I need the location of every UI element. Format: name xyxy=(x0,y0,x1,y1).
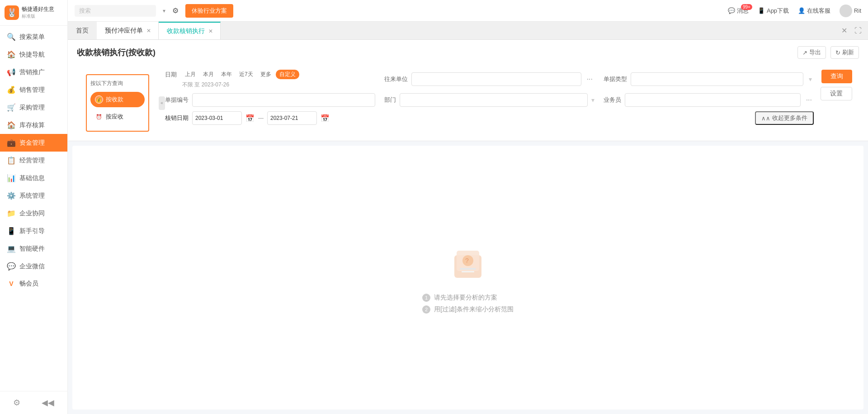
filter-sidebar-collapse-btn[interactable]: « xyxy=(159,96,165,110)
filter-option-by-receivable[interactable]: ⏰ 按应收 xyxy=(90,109,145,124)
date-btn-7days[interactable]: 近7天 xyxy=(236,70,256,79)
doc-number-input[interactable] xyxy=(192,93,375,107)
sidebar-item-label: 搜索菜单 xyxy=(19,33,45,41)
counterparty-input[interactable] xyxy=(411,72,581,86)
date-btn-this-year[interactable]: 本年 xyxy=(218,70,235,79)
sidebar-item-enterprise[interactable]: 📁 企业协同 xyxy=(0,205,67,222)
sidebar-item-quick-nav[interactable]: 🏠 快捷导航 xyxy=(0,46,67,63)
hardware-icon: 💻 xyxy=(7,244,16,253)
doc-type-select[interactable] xyxy=(631,72,803,86)
date-btn-this-month[interactable]: 本月 xyxy=(200,70,217,79)
sidebar-item-inventory[interactable]: 🏠 库存核算 xyxy=(0,116,67,134)
filter-sidebar-title: 按以下方查询 xyxy=(90,80,145,87)
tab-home[interactable]: 首页 xyxy=(68,22,97,39)
sidebar-item-marketing[interactable]: 📢 营销推广 xyxy=(0,63,67,81)
export-label: 导出 xyxy=(809,48,821,57)
by-receivable-icon: ⏰ xyxy=(95,113,103,121)
filter-sidebar: 按以下方查询 💰 按收款 ⏰ 按应收 xyxy=(86,74,149,132)
sidebar-item-wechat[interactable]: 💬 企业微信 xyxy=(0,257,67,275)
tab-right-controls: ✕ ⛶ xyxy=(840,24,868,37)
filter-option-by-receipt[interactable]: 💰 按收款 xyxy=(90,92,145,107)
sidebar-item-label: 新手引导 xyxy=(19,227,45,235)
sidebar-item-purchase[interactable]: 🛒 采购管理 xyxy=(0,99,67,116)
writeoff-date-label: 核销日期 xyxy=(165,114,189,122)
sidebar-item-operation[interactable]: 📋 经营管理 xyxy=(0,152,67,169)
logo-icon: 🐰 xyxy=(5,5,19,20)
operation-icon: 📋 xyxy=(7,156,16,165)
user-profile-btn[interactable]: Rit xyxy=(840,5,861,17)
date-btn-custom[interactable]: 自定义 xyxy=(276,70,299,79)
sidebar-item-basic-info[interactable]: 📊 基础信息 xyxy=(0,169,67,187)
expand-window-icon[interactable]: ⛶ xyxy=(853,25,863,37)
industry-btn[interactable]: 休验行业方案 xyxy=(185,4,233,18)
date-btn-more[interactable]: 更多 xyxy=(258,70,274,79)
vip-icon: V xyxy=(7,280,16,287)
sidebar-settings-btn[interactable]: ⚙ xyxy=(11,396,22,409)
chevron-down-icon[interactable]: ▾ xyxy=(163,8,165,14)
logo-text-area: 畅捷通好生意 标准版 xyxy=(22,6,54,19)
refresh-btn[interactable]: ↻ 刷新 xyxy=(830,46,859,59)
sidebar-item-hardware[interactable]: 💻 智能硬件 xyxy=(0,240,67,257)
online-service-btn[interactable]: 👤 在线客服 xyxy=(798,7,830,15)
tip-2-text: 用[过滤]条件来缩小分析范围 xyxy=(434,305,514,314)
calendar-end-icon[interactable]: 📅 xyxy=(321,114,330,123)
gear-icon[interactable]: ⚙ xyxy=(172,6,179,15)
more-conditions-area: ∧∧ 收起更多条件 xyxy=(387,111,814,125)
tab-prepayment[interactable]: 预付冲应付单 ✕ xyxy=(97,22,159,39)
empty-state: ? 1 请先选择要分析的方案 2 用[过滤]条件来缩小分析范围 xyxy=(72,146,863,409)
tab-receipt-writeoff[interactable]: 收款核销执行 ✕ xyxy=(159,22,221,39)
sidebar-item-label: 系统管理 xyxy=(19,192,45,200)
filter-row-1: 日期 上月 本月 本年 近7天 更多 自定义 xyxy=(165,70,814,89)
filter-action-btns: 查询 设置 xyxy=(821,65,859,141)
writeoff-date-end-input[interactable] xyxy=(267,111,317,125)
empty-tip-1: 1 请先选择要分析的方案 xyxy=(422,294,514,302)
logo-badge: 标准版 xyxy=(22,13,54,19)
app-download-btn[interactable]: 📱 App下载 xyxy=(758,7,789,15)
filter-sidebar-wrapper: 按以下方查询 💰 按收款 ⏰ 按应收 « xyxy=(77,65,158,141)
messages-badge: 99+ xyxy=(741,4,752,10)
sidebar-item-search-menu[interactable]: 🔍 搜索菜单 xyxy=(0,28,67,46)
department-dropdown-icon[interactable]: ▾ xyxy=(591,96,594,104)
doc-number-filter-cell: 单据编号 xyxy=(165,93,375,107)
department-select[interactable] xyxy=(400,93,588,107)
doc-type-dropdown-icon[interactable]: ▾ xyxy=(807,76,814,83)
sidebar-item-system[interactable]: ⚙️ 系统管理 xyxy=(0,187,67,205)
top-bar: 搜索 ▾ ⚙ 休验行业方案 💬 消息 99+ 📱 App下载 👤 在线客服 Ri… xyxy=(68,0,868,22)
messages-btn[interactable]: 💬 消息 99+ xyxy=(728,7,749,15)
date-btn-last-month[interactable]: 上月 xyxy=(182,70,198,79)
sidebar-item-vip[interactable]: V 畅会员 xyxy=(0,275,67,292)
collapse-more-conditions-btn[interactable]: ∧∧ 收起更多条件 xyxy=(755,111,814,125)
date-label: 日期 xyxy=(165,71,179,79)
collapse-icon: ∧∧ xyxy=(761,115,770,122)
close-window-icon[interactable]: ✕ xyxy=(840,24,849,37)
sidebar-item-sales[interactable]: 💰 销售管理 xyxy=(0,81,67,99)
basic-info-icon: 📊 xyxy=(7,174,16,182)
business-person-ellipsis-icon[interactable]: ··· xyxy=(804,96,814,104)
page-header: 收款核销执行(按收款) ↗ 导出 ↻ 刷新 按以下方查 xyxy=(68,40,868,141)
sidebar-item-label: 智能硬件 xyxy=(19,245,45,253)
refresh-label: 刷新 xyxy=(842,48,854,57)
top-bar-search[interactable]: 搜索 xyxy=(75,5,156,17)
writeoff-date-start-input[interactable] xyxy=(192,111,242,125)
purchase-icon: 🛒 xyxy=(7,103,16,112)
counterparty-ellipsis-icon[interactable]: ··· xyxy=(585,75,594,83)
search-placeholder-text: 搜索 xyxy=(79,7,91,15)
business-person-input[interactable] xyxy=(625,93,801,107)
export-btn[interactable]: ↗ 导出 xyxy=(797,46,826,59)
date-label-row: 日期 上月 本月 本年 近7天 更多 自定义 xyxy=(165,70,299,79)
page-content: 收款核销执行(按收款) ↗ 导出 ↻ 刷新 按以下方查 xyxy=(68,40,868,414)
date-separator: — xyxy=(258,115,264,121)
sidebar-item-finance[interactable]: 💼 资金管理 xyxy=(0,134,67,152)
sidebar-item-label: 库存核算 xyxy=(19,121,45,129)
filter-settings-btn[interactable]: 设置 xyxy=(821,87,852,100)
tab-prepayment-close-icon[interactable]: ✕ xyxy=(146,27,152,35)
refresh-icon: ↻ xyxy=(835,49,840,56)
sidebar-collapse-btn[interactable]: ◀◀ xyxy=(40,396,56,409)
filter-row-3: 核销日期 📅 — 📅 ∧∧ 收起更多条件 xyxy=(165,111,814,125)
search-btn[interactable]: 查询 xyxy=(821,70,852,83)
calendar-start-icon[interactable]: 📅 xyxy=(245,114,255,123)
sidebar-item-guide[interactable]: 📱 新手引导 xyxy=(0,222,67,240)
finance-icon: 💼 xyxy=(7,138,16,147)
sidebar-item-label: 经营管理 xyxy=(19,157,45,165)
tab-receipt-writeoff-close-icon[interactable]: ✕ xyxy=(208,27,214,35)
